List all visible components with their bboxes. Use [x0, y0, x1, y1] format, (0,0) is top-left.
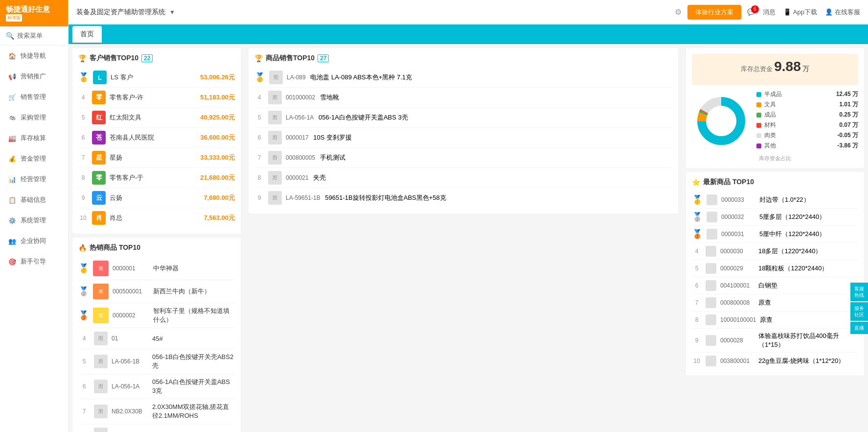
sidebar-item-operations[interactable]: 📊 经营管理 — [0, 169, 68, 190]
rank-number: 5 — [78, 358, 90, 365]
legend-label: 成品 — [764, 111, 826, 119]
gear-icon[interactable]: ⚙ — [675, 7, 682, 17]
customer-name: 零售客户-许 — [110, 93, 196, 102]
sidebar-item-sales[interactable]: 🛒 销售管理 — [0, 87, 68, 107]
customer-service-button[interactable]: 客服热线 — [850, 283, 868, 301]
sidebar-item-marketing[interactable]: 📢 营销推广 — [0, 66, 68, 87]
legend-label: 材料 — [764, 121, 826, 129]
gold-medal-icon: 🥇 — [78, 263, 89, 274]
gold-medal-icon: 🥇 — [78, 72, 89, 83]
product-info: 000800005 手机测试 — [286, 153, 672, 162]
product-name: 智利车子里（规格不知道填什么） — [153, 307, 235, 324]
customer-icon: 星 — [92, 151, 106, 165]
legend-item: 成品 0.25 万 — [756, 111, 858, 119]
livestream-button[interactable]: 直播 — [850, 322, 868, 334]
inventory-summary: 库存总资金 9.88 万 — [692, 54, 858, 85]
legend-label: 其他 — [764, 142, 826, 150]
product-icon: 图 — [94, 355, 108, 368]
legend-value: 1.01 万 — [829, 100, 858, 109]
product-name: 056-1B白色按键开关壳ABS2壳 — [152, 353, 235, 370]
product-image: 图 — [93, 261, 109, 276]
legend-item: 肉类 -0.05 万 — [756, 131, 858, 140]
sidebar-item-system[interactable]: ⚙️ 系统管理 — [0, 210, 68, 231]
customer-icon: 肖 — [92, 211, 106, 225]
service-community-button[interactable]: 服务社区 — [850, 302, 868, 321]
new-product-item: 🥉 0000031 5厘中纤（1220*2440） — [692, 226, 858, 243]
hot-product-item: 🥉 图 0000002 智利车子里（规格不知道填什么） — [78, 303, 235, 328]
sidebar-item-finance[interactable]: 💰 资金管理 — [0, 148, 68, 169]
sidebar-item-basics[interactable]: 📋 基础信息 — [0, 190, 68, 210]
customer-value: 51,183.00元 — [200, 93, 235, 102]
gold-medal-icon: 🥇 — [254, 72, 265, 83]
product-name: 45# — [152, 335, 235, 342]
tab-home[interactable]: 首页 — [72, 26, 102, 43]
app-badge: 标准版 — [6, 14, 22, 22]
app-download-button[interactable]: 📱 App下载 — [783, 8, 817, 17]
inventory-total: 库存总资金 9.88 万 — [697, 59, 853, 74]
panel-right: 库存总资金 9.88 万 — [682, 44, 868, 432]
sidebar-search[interactable]: 🔍 搜索菜单 — [0, 26, 68, 46]
customer-name: 星扬 — [110, 153, 196, 162]
product-name: 056-1A白色按键开关盖ABS 3克 — [152, 378, 235, 395]
customer-icon: 云 — [92, 191, 106, 205]
customer-name: LS 客户 — [111, 73, 196, 82]
product-code: 003800001 — [720, 358, 754, 364]
sidebar-item-purchase[interactable]: 🛍 采购管理 — [0, 107, 68, 128]
product-name: 新西兰牛肉（新牛） — [153, 287, 235, 296]
new-product-item: 9 0000028 体验嘉枝味苏打饮品400毫升（1*15） — [692, 329, 858, 353]
sidebar-nav: 🏠 快捷导航 📢 营销推广 🛒 销售管理 🛍 采购管理 🏭 库存核算 💰 资金管… — [0, 46, 68, 432]
rank-number: 6 — [78, 383, 90, 390]
legend-item: 文具 1.01 万 — [756, 100, 858, 109]
rank-number: 5 — [78, 114, 88, 121]
rank-number: 7 — [78, 154, 88, 161]
sidebar-item-inventory[interactable]: 🏭 库存核算 — [0, 128, 68, 148]
product-icon: 图 — [269, 71, 283, 84]
product-code: 0000032 — [721, 214, 755, 220]
product-name: 白钢垫 — [758, 281, 777, 290]
sidebar-item-label: 经营管理 — [21, 175, 46, 184]
team-icon: 👥 — [8, 237, 17, 245]
rank-number: 6 — [78, 134, 88, 141]
sidebar-item-quicknav[interactable]: 🏠 快捷导航 — [0, 46, 68, 66]
guide-icon: 🎯 — [8, 257, 17, 266]
online-service-button[interactable]: 👤 在线客服 — [825, 8, 860, 17]
legend-value: -0.05 万 — [829, 131, 858, 140]
legend-color — [756, 102, 761, 107]
rank-number: 7 — [692, 299, 702, 306]
rank-item: 8 零 零售客户-于 21,680.00元 — [78, 168, 235, 188]
customer-name: 云扬 — [110, 193, 200, 202]
app-name: 畅捷通好生意 — [6, 5, 50, 14]
gold-medal-icon: 🥇 — [692, 194, 703, 205]
product-info: LA-59651-1B 59651-1B旋转投影灯电池盒ABS黑色+58克 — [286, 193, 672, 202]
product-icon: 图 — [268, 191, 282, 205]
service-icon: 👤 — [825, 8, 833, 16]
product-info: 0000017 10S 变刹罗援 — [286, 133, 672, 142]
sidebar-item-collab[interactable]: 👥 企业协同 — [0, 231, 68, 251]
customer-value: 40,925.00元 — [200, 113, 235, 122]
fire-icon: 🔥 — [78, 244, 87, 252]
message-label: 消息 — [763, 8, 776, 17]
dropdown-arrow[interactable]: ▼ — [169, 9, 175, 16]
hot-product-item: 4 图 01 45# — [78, 328, 235, 349]
message-button[interactable]: 💬 6 消息 — [747, 8, 776, 17]
new-products-title: ⭐ 最新商品 TOP10 — [692, 178, 858, 187]
product-icon: 图 — [268, 171, 282, 185]
settings-icon: ⚙️ — [8, 216, 17, 225]
home-icon: 🏠 — [8, 51, 17, 60]
new-products-card: ⭐ 最新商品 TOP10 🥇 0000033 封边带（1.0*22） 🥈 000… — [686, 172, 864, 375]
product-name: 原查 — [760, 315, 773, 324]
customer-icon: L — [93, 71, 107, 84]
new-product-item: 🥈 0000032 5厘多层（1220*2440） — [692, 209, 858, 226]
rank-item: 10 肖 肖总 7,563.00元 — [78, 208, 235, 228]
product-name: 5厘多层（1220*2440） — [759, 213, 825, 221]
legend-color — [756, 92, 761, 97]
sidebar-item-guide[interactable]: 🎯 新手引导 — [0, 251, 68, 272]
product-icon — [706, 246, 716, 257]
sidebar-item-label: 企业协同 — [21, 237, 46, 245]
product-code: LA-056-1A — [112, 383, 148, 390]
rank-number: 6 — [692, 282, 702, 289]
chart-legend: 半成品 12.45 万 文具 1.01 万 成品 0.25 万 — [756, 90, 858, 152]
new-product-item: 6 004100001 白钢垫 — [692, 277, 858, 294]
cta-button[interactable]: 体验行业方案 — [687, 5, 741, 20]
sidebar-item-label: 销售管理 — [21, 93, 46, 101]
